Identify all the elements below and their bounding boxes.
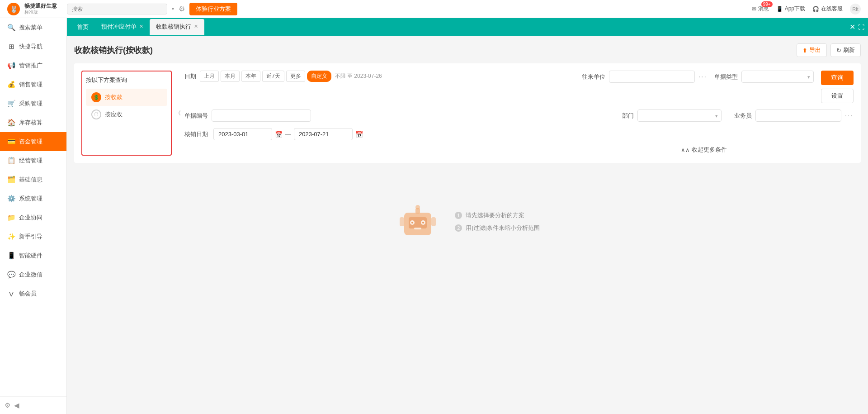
sidebar-item-marketing[interactable]: 📢 营销推广 xyxy=(0,56,66,75)
export-btn[interactable]: ⬆ 导出 xyxy=(797,43,827,57)
filter-option-by-collection[interactable]: 💲 按收款 xyxy=(86,89,167,106)
voucher-type-select-wrapper xyxy=(741,71,814,83)
enterprise-icon: 📁 xyxy=(7,214,15,222)
staff-input[interactable] xyxy=(755,109,841,122)
industry-btn[interactable]: 体验行业方案 xyxy=(189,3,237,15)
tip-num-1: 1 xyxy=(455,212,462,219)
sidebar-item-label: 经营管理 xyxy=(19,157,42,165)
sidebar-item-purchase[interactable]: 🛒 采购管理 xyxy=(0,94,66,113)
app-logo: 🐰 xyxy=(7,3,20,15)
staff-dots[interactable]: ··· xyxy=(845,112,854,120)
collapse-sidebar-icon[interactable]: ◀ xyxy=(14,401,19,409)
verify-date-end-input[interactable] xyxy=(294,128,353,140)
sidebar-item-wechat[interactable]: 💬 企业微信 xyxy=(0,265,66,284)
page-content: 收款核销执行(按收款) ⬆ 导出 ↻ 刷新 按以下方案查询 xyxy=(67,36,868,414)
svg-point-5 xyxy=(422,222,424,224)
bottom-gear-icon[interactable]: ⚙ xyxy=(5,401,10,409)
top-bar-right: ✉ 消息 99+ 📱 App下载 🎧 在线客服 Rit xyxy=(752,4,861,14)
query-btn[interactable]: 查询 xyxy=(821,71,854,85)
message-btn[interactable]: ✉ 消息 99+ xyxy=(752,5,769,13)
verify-date-end-icon[interactable]: 📅 xyxy=(355,131,363,138)
sidebar-item-label: 新手引导 xyxy=(19,233,42,241)
tab-home[interactable]: 首页 xyxy=(71,19,95,35)
warehouse-icon: 🏠 xyxy=(7,119,15,127)
date-btn-curr-month[interactable]: 本月 xyxy=(221,71,240,82)
collapse-more-row: ∧∧ 收起更多条件 xyxy=(184,144,854,156)
sidebar-item-label: 企业微信 xyxy=(19,271,42,279)
settings-btn[interactable]: 设置 xyxy=(821,89,854,103)
brand-name: 畅捷通好生意 xyxy=(24,3,57,9)
verify-date-label: 核销日期 xyxy=(184,130,208,138)
counterpart-dots[interactable]: ··· xyxy=(698,73,707,81)
tab-bar-expand-icon[interactable]: ⛶ xyxy=(858,24,864,31)
sidebar-item-guide[interactable]: ✨ 新手引导 xyxy=(0,227,66,246)
counterpart-input[interactable] xyxy=(609,71,695,83)
wechat-icon: 💬 xyxy=(7,271,15,279)
date-btn-prev-month[interactable]: 上月 xyxy=(200,71,219,82)
sidebar-item-search[interactable]: 🔍 搜索菜单 xyxy=(0,18,66,37)
filter-row-3: 核销日期 📅 — 📅 xyxy=(184,128,854,140)
app-icon: 📱 xyxy=(776,6,783,12)
finance-icon: 💳 xyxy=(7,138,15,146)
app-download-label: App下载 xyxy=(785,5,805,13)
verify-date-start-input[interactable] xyxy=(213,128,272,140)
sidebar-item-label: 营销推广 xyxy=(19,62,42,70)
sidebar-item-sales[interactable]: 💰 销售管理 xyxy=(0,75,66,94)
tab-bar-close-icon[interactable]: ✕ xyxy=(849,23,855,31)
sidebar-item-member[interactable]: V 畅会员 xyxy=(0,284,66,303)
collapse-more-label: 收起更多条件 xyxy=(692,146,727,154)
grid-icon: ⊞ xyxy=(7,43,15,51)
refresh-btn[interactable]: ↻ 刷新 xyxy=(830,43,861,57)
sidebar-item-enterprise[interactable]: 📁 企业协同 xyxy=(0,208,66,227)
brand-sub: 标准版 xyxy=(24,10,57,15)
sidebar-item-quick-nav[interactable]: ⊞ 快捷导航 xyxy=(0,37,66,56)
date-range-text: 不限 至 2023-07-26 xyxy=(335,72,382,80)
sidebar-item-label: 采购管理 xyxy=(19,100,42,108)
money-icon: 💰 xyxy=(7,81,15,89)
svg-rect-10 xyxy=(431,217,436,226)
page-actions: ⬆ 导出 ↻ 刷新 xyxy=(797,43,861,57)
search-input[interactable] xyxy=(67,4,167,14)
user-avatar[interactable]: Rit xyxy=(850,4,861,14)
settings-icon[interactable]: ⚙ xyxy=(179,5,185,13)
dept-select[interactable] xyxy=(637,109,722,122)
sidebar-item-label: 资金管理 xyxy=(19,138,42,146)
sidebar-item-basic[interactable]: 🗂️ 基础信息 xyxy=(0,170,66,189)
date-btn-custom[interactable]: 自定义 xyxy=(307,71,331,82)
tab-prepay[interactable]: 预付冲应付单 ✕ xyxy=(95,19,150,35)
filter-collapse-toggle[interactable]: 《 xyxy=(174,71,183,156)
sidebar-item-finance[interactable]: 💳 资金管理 xyxy=(0,132,66,151)
chevron-down-icon[interactable]: ▾ xyxy=(172,6,174,11)
sidebar-item-inventory[interactable]: 🏠 库存核算 xyxy=(0,113,66,132)
filter-staff-section: 业务员 ··· xyxy=(734,109,854,122)
date-btn-curr-year[interactable]: 本年 xyxy=(241,71,260,82)
receivable-icon: ⏱ xyxy=(91,109,101,119)
tab-close-prepay[interactable]: ✕ xyxy=(139,24,143,29)
tab-close-collection[interactable]: ✕ xyxy=(194,24,198,29)
sidebar-item-hardware[interactable]: 📱 智能硬件 xyxy=(0,246,66,265)
tab-prepay-label: 预付冲应付单 xyxy=(101,23,137,31)
export-icon: ⬆ xyxy=(802,47,807,54)
sidebar-item-system[interactable]: ⚙️ 系统管理 xyxy=(0,189,66,208)
gear-icon: ⚙️ xyxy=(7,195,15,203)
online-service-btn[interactable]: 🎧 在线客服 xyxy=(812,5,843,13)
collapse-more-btn[interactable]: ∧∧ 收起更多条件 xyxy=(681,144,727,156)
refresh-icon: ↻ xyxy=(836,47,841,54)
empty-state-content: 1 请先选择要分析的方案 2 用[过滤]条件来缩小分析范围 xyxy=(395,199,539,244)
hardware-icon: 📱 xyxy=(7,252,15,260)
main-layout: 🔍 搜索菜单 ⊞ 快捷导航 📢 营销推广 💰 销售管理 🛒 采购管理 🏠 库存核… xyxy=(0,18,868,414)
voucher-type-select[interactable] xyxy=(741,71,814,83)
filter-option-collection-label: 按收款 xyxy=(105,93,123,101)
voucher-no-input[interactable] xyxy=(212,109,311,122)
sidebar-item-operation[interactable]: 📋 经营管理 xyxy=(0,151,66,170)
app-download-btn[interactable]: 📱 App下载 xyxy=(776,5,805,13)
date-btn-last7[interactable]: 近7天 xyxy=(262,71,284,82)
empty-illustration xyxy=(395,199,440,244)
verify-date-start-icon[interactable]: 📅 xyxy=(275,131,283,138)
verify-date-range: 📅 — 📅 xyxy=(213,128,363,140)
date-label: 日期 xyxy=(184,72,196,81)
filter-option-by-receivable[interactable]: ⏱ 按应收 xyxy=(86,106,167,123)
content-area: 首页 预付冲应付单 ✕ 收款核销执行 ✕ ✕ ⛶ 收款核销执行(按收款) ⬆ xyxy=(67,18,868,414)
tab-collection[interactable]: 收款核销执行 ✕ xyxy=(150,19,204,35)
date-btn-more[interactable]: 更多 xyxy=(286,71,305,82)
